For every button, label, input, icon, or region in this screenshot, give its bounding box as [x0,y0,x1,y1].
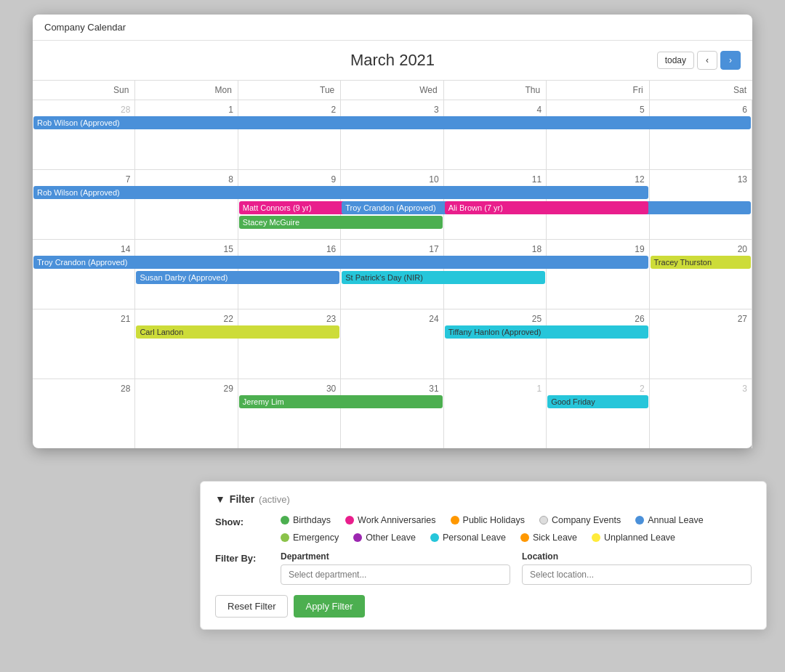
show-option-label: Birthdays [293,515,331,525]
calendar-cell[interactable]: 23 [238,309,341,378]
calendar-cell[interactable]: 25 [444,309,547,378]
calendar-cell[interactable]: 3 [341,100,443,169]
event-bar[interactable]: Ali Brown (7 yr) [445,201,648,214]
show-option-label: Work Anniversaries [358,515,435,525]
show-option-emergency[interactable]: Emergency [281,533,339,543]
department-input[interactable] [281,564,510,585]
calendar-cell[interactable]: 1 [135,100,238,169]
day-number: 29 [138,382,234,397]
calendar-title: March 2021 [350,51,435,70]
calendar-cell[interactable]: 20 [650,240,752,309]
calendar-cell[interactable]: 28 [33,379,135,448]
day-number: 11 [447,173,543,187]
filter-panel: ▼ Filter (active) Show: BirthdaysWork An… [200,481,767,630]
event-bar[interactable]: Carl Landon [136,325,339,339]
color-dot [345,516,354,525]
calendar-cell[interactable]: 31 [341,379,443,448]
show-option-label: Emergency [293,533,339,543]
show-option-unplanned-leave[interactable]: Unplanned Leave [592,533,675,543]
calendar-cell[interactable]: 2 [238,100,341,169]
today-button[interactable]: today [657,52,694,69]
show-option-sick-leave[interactable]: Sick Leave [520,533,577,543]
show-option-label: Other Leave [366,533,416,543]
filter-icon: ▼ [215,493,225,505]
calendar-cell[interactable]: 5 [547,100,649,169]
header-fri: Fri [547,81,649,100]
calendar-grid: Sun Mon Tue Wed Thu Fri Sat 28123456Rob … [33,80,752,448]
next-button[interactable]: › [720,51,741,70]
reset-filter-button[interactable]: Reset Filter [215,595,288,618]
calendar-cell[interactable]: 28 [33,100,135,169]
event-bar[interactable]: Good Friday [547,395,648,408]
show-option-personal-leave[interactable]: Personal Leave [430,533,506,543]
calendar-cell[interactable]: 22 [135,309,238,378]
event-bar[interactable]: Tiffany Hanlon (Approved) [445,325,648,339]
calendar-cell[interactable]: 21 [33,309,135,378]
window-title: Company Calendar [44,22,126,33]
day-number: 16 [241,243,337,257]
day-number: 6 [653,103,749,118]
day-number: 26 [550,312,645,327]
day-number: 9 [241,173,337,187]
color-dot [520,533,529,542]
filter-fields: Department Location [281,551,752,585]
color-dot [451,516,459,525]
show-option-other-leave[interactable]: Other Leave [353,533,416,543]
calendar-cell[interactable]: 30 [238,379,341,448]
event-bar[interactable]: Troy Crandon (Approved) [33,256,648,269]
calendar-rows: 28123456Rob Wilson (Approved)78910111213… [33,100,752,448]
header-wed: Wed [341,81,443,100]
header-mon: Mon [135,81,238,100]
calendar-cell[interactable]: 4 [444,100,547,169]
department-label: Department [281,551,510,562]
main-window: Company Calendar March 2021 today ‹ › Su… [33,15,752,448]
calendar-cell[interactable]: 7 [33,170,135,239]
event-bar[interactable]: Susan Darby (Approved) [136,271,339,284]
event-bar[interactable]: Tracey Thurston [651,256,751,269]
prev-button[interactable]: ‹ [697,51,717,70]
calendar-cell[interactable]: 3 [650,379,752,448]
calendar-cell[interactable]: 27 [650,309,752,378]
show-option-work-anniversaries[interactable]: Work Anniversaries [345,515,435,525]
location-field: Location [522,551,752,585]
day-number: 3 [344,103,440,118]
event-bar[interactable]: Jeremy Lim [239,395,443,408]
show-option-company-events[interactable]: Company Events [539,515,621,525]
location-input[interactable] [522,564,752,585]
day-number: 20 [653,243,749,257]
show-option-public-holidays[interactable]: Public Holidays [451,515,525,525]
event-bar[interactable]: Rob Wilson (Approved) [33,116,751,129]
calendar-cell[interactable]: 24 [341,309,443,378]
calendar-row-2: 14151617181920Troy Crandon (Approved)Sus… [33,240,752,309]
show-label: Show: [215,515,281,527]
calendar-row-4: 28293031123Jeremy LimGood Friday [33,379,752,448]
day-number: 23 [241,312,337,327]
calendar-cell[interactable]: 6 [650,100,752,169]
color-dot [430,533,439,542]
day-number: 2 [550,382,645,397]
event-bar[interactable]: Rob Wilson (Approved) [33,186,648,199]
calendar-cell[interactable]: 8 [135,170,238,239]
show-options: BirthdaysWork AnniversariesPublic Holida… [281,515,752,543]
calendar-cell[interactable]: 14 [33,240,135,309]
day-number: 14 [36,243,132,257]
event-bar[interactable]: St Patrick's Day (NIR) [342,271,545,284]
show-option-birthdays[interactable]: Birthdays [281,515,331,525]
calendar-cell[interactable]: 29 [135,379,238,448]
color-dot [592,533,600,542]
calendar-cell[interactable]: 2 [547,379,649,448]
color-dot [281,516,289,525]
event-bar[interactable]: Stacey McGuire [239,216,443,229]
day-number: 3 [653,382,749,397]
calendar-row-0: 28123456Rob Wilson (Approved) [33,100,752,170]
calendar-cell[interactable]: 19 [547,240,649,309]
calendar-row-1: 78910111213Rob Wilson (Approved)Matt Con… [33,170,752,240]
day-number: 13 [653,173,749,187]
day-number: 12 [550,173,645,187]
show-option-annual-leave[interactable]: Annual Leave [635,515,703,525]
calendar-cell[interactable]: 26 [547,309,649,378]
calendar-cell[interactable]: 1 [444,379,547,448]
day-number: 7 [36,173,132,187]
apply-filter-button[interactable]: Apply Filter [294,595,364,618]
show-option-label: Company Events [552,515,621,525]
